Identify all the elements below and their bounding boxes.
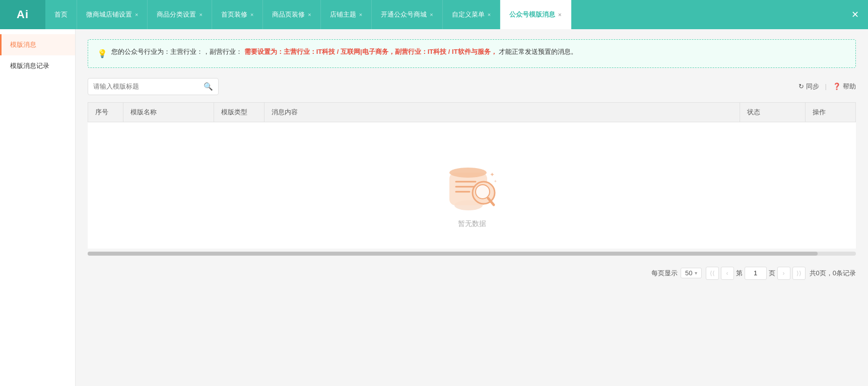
nav-tab-shop-theme[interactable]: 店铺主题× (321, 0, 372, 29)
sidebar-item-template-msg[interactable]: 模版消息 (0, 34, 75, 55)
col-header-seq: 序号 (88, 102, 123, 122)
sidebar-item-template-msg-log[interactable]: 模版消息记录 (0, 55, 75, 76)
col-header-status: 状态 (740, 102, 806, 122)
chevron-down-icon: ▾ (695, 270, 697, 276)
col-header-action: 操作 (806, 102, 856, 122)
toolbar-divider: | (825, 83, 827, 90)
tab-close-open-public-shop[interactable]: × (430, 12, 433, 18)
svg-text:✦: ✦ (494, 179, 497, 184)
help-icon: ❓ (833, 83, 841, 90)
top-navigation: Ai 首页微商城店铺设置×商品分类设置×首页装修×商品页装修×店铺主题×开通公众… (0, 0, 868, 29)
tab-close-product-decor[interactable]: × (308, 12, 311, 18)
toolbar: 🔍 ↻ 同步 | ❓ 帮助 (88, 78, 856, 95)
notice-highlight: 需要设置为：主营行业：IT科技 / 互联网|电子商务，副营行业：IT科技 / I… (244, 48, 497, 55)
nav-tab-product-decor[interactable]: 商品页装修× (263, 0, 320, 29)
table-header-row: 序号 模版名称 模版类型 消息内容 状态 操作 (88, 102, 856, 122)
per-page-select[interactable]: 50 ▾ (681, 268, 701, 278)
per-page-value: 50 (685, 269, 692, 277)
main-layout: 模版消息模版消息记录 💡 您的公众号行业为：主营行业：，副营行业： 需要设置为：… (0, 29, 868, 386)
search-button[interactable]: 🔍 (204, 82, 213, 91)
last-page-button[interactable]: ⟩⟩ (792, 267, 806, 280)
tab-close-template-msg[interactable]: × (558, 12, 561, 18)
horizontal-scrollbar[interactable] (88, 252, 856, 256)
logo: Ai (0, 0, 45, 29)
tab-close-shop-theme[interactable]: × (359, 12, 362, 18)
notice-prefix: 您的公众号行业为：主营行业：，副营行业： (111, 48, 242, 55)
close-all-button[interactable]: ✕ (842, 0, 868, 29)
next-page-button[interactable]: › (777, 267, 790, 280)
content-area: 💡 您的公众号行业为：主营行业：，副营行业： 需要设置为：主营行业：IT科技 /… (76, 29, 868, 386)
col-header-type: 模版类型 (214, 102, 264, 122)
empty-state-icon: ✦ ✦ (439, 152, 505, 218)
svg-point-2 (449, 168, 487, 178)
scrollbar-thumb (88, 252, 818, 256)
first-page-button[interactable]: ⟨⟨ (706, 267, 719, 280)
nav-tabs: 首页微商城店铺设置×商品分类设置×首页装修×商品页装修×店铺主题×开通公众号商城… (45, 0, 842, 29)
tab-close-home-decor[interactable]: × (250, 12, 253, 18)
nav-tab-home-decor[interactable]: 首页装修× (212, 0, 263, 29)
col-header-content: 消息内容 (264, 102, 740, 122)
tab-close-weshop-settings[interactable]: × (135, 12, 138, 18)
sync-button[interactable]: ↻ 同步 (798, 82, 819, 91)
prev-page-button[interactable]: ‹ (721, 267, 734, 280)
tab-close-product-category[interactable]: × (199, 12, 202, 18)
data-table: 序号 模版名称 模版类型 消息内容 状态 操作 (88, 102, 856, 249)
empty-state-row: ✦ ✦ 暂无数据 (88, 122, 856, 249)
page-label-suffix: 页 (769, 269, 775, 278)
table-body: ✦ ✦ 暂无数据 (88, 122, 856, 249)
nav-tab-product-category[interactable]: 商品分类设置× (148, 0, 212, 29)
help-button[interactable]: ❓ 帮助 (833, 82, 856, 91)
notice-banner: 💡 您的公众号行业为：主营行业：，副营行业： 需要设置为：主营行业：IT科技 /… (88, 39, 856, 68)
sync-label: 同步 (806, 82, 819, 91)
page-label-prefix: 第 (736, 269, 743, 278)
nav-tab-template-msg[interactable]: 公众号模版消息× (500, 0, 571, 29)
nav-tab-custom-menu[interactable]: 自定义菜单× (443, 0, 500, 29)
svg-text:✦: ✦ (490, 171, 495, 178)
pagination: 每页显示 50 ▾ ⟨⟨ ‹ 第 页 › ⟩⟩ 共0页，0条记录 (88, 263, 856, 284)
toolbar-right: ↻ 同步 | ❓ 帮助 (798, 82, 856, 91)
nav-tab-open-public-shop[interactable]: 开通公众号商城× (372, 0, 442, 29)
nav-tab-weshop-settings[interactable]: 微商城店铺设置× (77, 0, 148, 29)
page-number-input[interactable] (745, 267, 767, 280)
svg-point-7 (476, 185, 490, 199)
bulb-icon: 💡 (97, 47, 107, 60)
nav-tab-home[interactable]: 首页 (45, 0, 77, 29)
sidebar: 模版消息模版消息记录 (0, 29, 76, 386)
page-size-selector: 每页显示 50 ▾ (651, 268, 701, 278)
empty-state: ✦ ✦ 暂无数据 (88, 122, 856, 249)
page-navigation: ⟨⟨ ‹ 第 页 › ⟩⟩ (706, 267, 806, 280)
notice-suffix: 才能正常发送预置的消息。 (499, 48, 577, 55)
search-input[interactable] (93, 83, 204, 90)
search-box: 🔍 (88, 78, 219, 95)
empty-state-text: 暂无数据 (88, 219, 856, 228)
sync-icon: ↻ (798, 83, 804, 90)
per-page-label: 每页显示 (651, 269, 678, 278)
notice-text: 您的公众号行业为：主营行业：，副营行业： 需要设置为：主营行业：IT科技 / 互… (111, 47, 577, 57)
col-header-name: 模版名称 (123, 102, 214, 122)
table-header: 序号 模版名称 模版类型 消息内容 状态 操作 (88, 102, 856, 122)
tab-close-custom-menu[interactable]: × (488, 12, 491, 18)
help-label: 帮助 (843, 82, 856, 91)
total-info: 共0页，0条记录 (810, 269, 856, 278)
